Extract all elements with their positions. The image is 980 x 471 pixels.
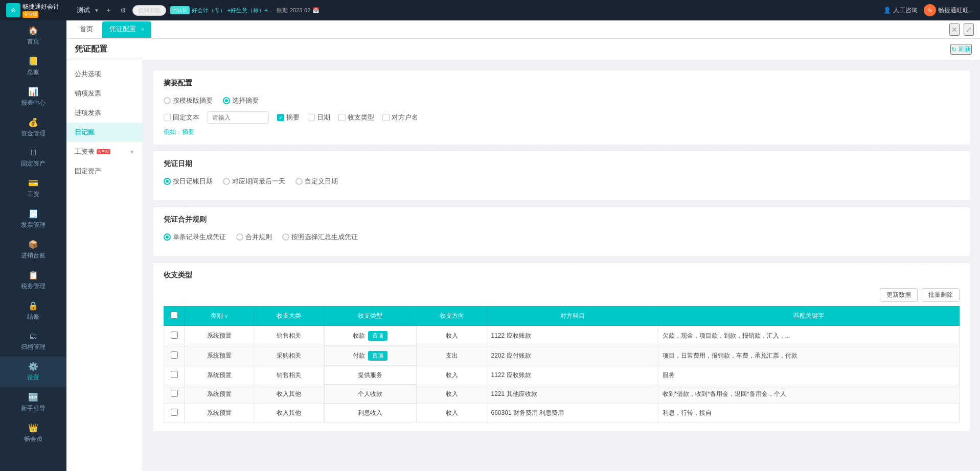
merge-section: 凭证合并规则 单条记录生成凭证 合并规则 按照选择汇总生成凭证	[153, 207, 970, 256]
checkbox-date[interactable]: 日期	[308, 113, 330, 122]
row-checkbox-1[interactable]	[171, 351, 178, 359]
sort-icon: ∨	[224, 313, 228, 319]
consult-button[interactable]: 👤 人工咨询	[883, 6, 918, 15]
window-close-button[interactable]: ✕	[949, 23, 960, 36]
period-label: 账期	[277, 7, 288, 14]
sidebar-label-finance: 资金管理	[21, 129, 45, 138]
sidebar-item-ledger[interactable]: 📒 总账	[0, 51, 66, 82]
table-row: 系统预置销售相关收款置顶收入1122 应收账款欠款，现金，项目款，到款，报销款，…	[164, 326, 960, 346]
table-row: 系统预置收入其他个人收款收入1221 其他应收款收到*借款，收到*备用金，退回*…	[164, 385, 960, 404]
radio-period-last[interactable]: 对应期间最后一天	[223, 177, 285, 186]
row-checkbox-4[interactable]	[171, 409, 178, 416]
radio-journal-date-label: 按日记账日期	[173, 177, 213, 186]
checkbox-fixed-text[interactable]: 固定文本	[164, 113, 199, 122]
checkbox-counterpart[interactable]: 对方户名	[382, 113, 418, 122]
cell-direction-4: 收入	[417, 404, 487, 422]
sidebar-item-assets[interactable]: 🖥 固定资产	[0, 143, 66, 173]
close-accounts-icon: 🔒	[28, 301, 38, 311]
batch-delete-button[interactable]: 批量删除	[922, 288, 960, 302]
menu-item-payroll[interactable]: 工资表 NEW ▼	[66, 142, 143, 161]
main-layout: 🏠 首页 📒 总账 📊 报表中心 💰 资金管理 🖥 固定资产 💳 工资 🧾 发票…	[0, 20, 980, 471]
refresh-button[interactable]: ↻ 刷新	[950, 44, 972, 55]
sidebar-item-purchase[interactable]: 📦 进销台账	[0, 234, 66, 265]
menu-item-journal[interactable]: 日记账	[66, 123, 143, 142]
tab-home[interactable]: 首页	[73, 21, 100, 38]
guide-icon: 🆕	[28, 392, 38, 402]
radio-journal-date-circle	[164, 178, 171, 185]
fixed-text-input[interactable]	[208, 111, 269, 124]
date-section-title: 凭证日期	[164, 159, 960, 169]
sidebar-item-salary[interactable]: 💳 工资	[0, 173, 66, 204]
checkbox-summary[interactable]: ✓ 摘要	[277, 113, 300, 122]
menu-label-sales-invoice: 销项发票	[75, 89, 101, 98]
radio-merge-rules[interactable]: 合并规则	[236, 232, 272, 242]
checkbox-income-type-label: 收支类型	[348, 113, 374, 122]
radio-summary-generate[interactable]: 按照选择汇总生成凭证	[282, 232, 358, 242]
cell-subject-1: 2202 应付账款	[487, 346, 658, 366]
merge-radio-group: 单条记录生成凭证 合并规则 按照选择汇总生成凭证	[164, 232, 960, 242]
radio-summary-generate-label: 按照选择汇总生成凭证	[291, 232, 358, 242]
sidebar-item-settings[interactable]: ⚙️ 设置	[0, 357, 66, 387]
left-menu: 公共选项 销项发票 进项发票 日记账 工资表 NEW ▼ 固定资产	[66, 60, 143, 471]
menu-item-sales-invoice[interactable]: 销项发票	[66, 84, 143, 103]
row-checkbox-0[interactable]	[171, 332, 178, 339]
sidebar-item-member[interactable]: 👑 畅会员	[0, 418, 66, 449]
sidebar-item-invoice-mgmt[interactable]: 🧾 发票管理	[0, 204, 66, 234]
cell-keywords-2: 服务	[658, 366, 959, 385]
sidebar-item-reports[interactable]: 📊 报表中心	[0, 82, 66, 112]
ledger-icon: 📒	[28, 56, 38, 66]
sidebar-item-home[interactable]: 🏠 首页	[0, 20, 66, 51]
settings-icon: ⚙️	[28, 362, 38, 371]
top-tag-button-0[interactable]: 置顶	[368, 331, 388, 341]
tab-close-icon[interactable]: ×	[141, 26, 144, 32]
cell-direction-3: 收入	[417, 385, 487, 404]
table-header-bar: 更新数据 批量删除	[164, 288, 960, 302]
radio-template-summary[interactable]: 按模板版摘要	[164, 96, 213, 105]
checkbox-income-type[interactable]: 收支类型	[338, 113, 374, 122]
cell-type-major-3: 收入其他	[254, 385, 324, 404]
sidebar-item-archive[interactable]: 🗂 归档管理	[0, 326, 66, 357]
radio-custom-date[interactable]: 自定义日期	[295, 177, 338, 186]
select-all-checkbox[interactable]	[171, 312, 178, 319]
row-checkbox-2[interactable]	[171, 371, 178, 378]
top-bar: 会 畅捷通好会计 专业版 测试 ▼ ＋ ⚙ 切到旧版 已认证 好会计（专） +好…	[0, 0, 980, 20]
cell-keywords-3: 收到*借款，收到*备用金，退回*备用金，个人	[658, 385, 959, 404]
top-bar-middle: 测试 ▼ ＋ ⚙ 切到旧版 已认证 好会计（专） +好生意（标）+... 账期 …	[77, 5, 879, 16]
sidebar-item-close[interactable]: 🔒 结账	[0, 296, 66, 326]
sidebar-label-member: 畅会员	[24, 435, 42, 443]
checkbox-summary-label: 摘要	[286, 113, 300, 122]
window-controls: ✕ ⤢	[949, 23, 974, 36]
add-icon[interactable]: ＋	[103, 5, 114, 16]
tab-voucher[interactable]: 凭证配置 ×	[102, 21, 151, 38]
page-header: 凭证配置 ↻ 刷新	[66, 39, 980, 60]
th-subject: 对方科目	[487, 307, 658, 326]
top-tag-button-1[interactable]: 置顶	[368, 351, 388, 361]
calendar-icon[interactable]: 📅	[312, 7, 320, 14]
sidebar-item-finance[interactable]: 💰 资金管理	[0, 112, 66, 143]
radio-select-circle	[223, 97, 230, 104]
company-dropdown-icon[interactable]: ▼	[94, 8, 99, 13]
good-accounting-label: 好会计（专）	[192, 7, 225, 14]
checkbox-income-type-box	[338, 114, 346, 121]
row-checkbox-3[interactable]	[171, 390, 178, 397]
radio-single-record[interactable]: 单条记录生成凭证	[164, 232, 226, 242]
sidebar-item-tax[interactable]: 📋 税务管理	[0, 265, 66, 296]
sidebar-item-guide[interactable]: 🆕 新手引导	[0, 387, 66, 418]
sidebar-label-guide: 新手引导	[21, 404, 45, 413]
content-area: 首页 凭证配置 × ✕ ⤢ 凭证配置 ↻ 刷新 公共选项	[66, 20, 980, 471]
update-data-button[interactable]: 更新数据	[880, 288, 918, 302]
purchase-icon: 📦	[28, 240, 38, 249]
cell-type-major-4: 收入其他	[254, 404, 324, 422]
menu-item-fixed-assets[interactable]: 固定资产	[66, 161, 143, 181]
radio-select-summary[interactable]: 选择摘要	[223, 96, 259, 105]
settings-gear-icon[interactable]: ⚙	[118, 6, 128, 15]
page-title: 凭证配置	[75, 44, 107, 55]
window-maximize-button[interactable]: ⤢	[964, 23, 974, 36]
radio-journal-date[interactable]: 按日记账日期	[164, 177, 213, 186]
menu-item-public[interactable]: 公共选项	[66, 64, 143, 84]
radio-period-last-circle	[223, 178, 230, 185]
menu-item-purchase-invoice[interactable]: 进项发票	[66, 103, 143, 123]
user-menu[interactable]: 头 畅捷通旺旺...	[924, 4, 974, 16]
cell-category-1: 系统预置	[185, 346, 254, 366]
switch-version-button[interactable]: 切到旧版	[132, 5, 166, 16]
